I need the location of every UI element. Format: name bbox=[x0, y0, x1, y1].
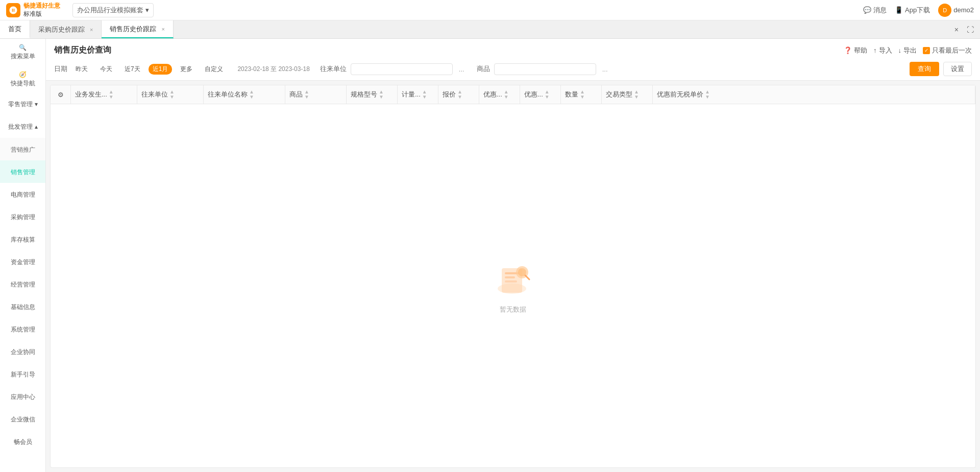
tab-sales-history[interactable]: 销售历史价跟踪 × bbox=[102, 20, 173, 38]
sidebar-item-finance-mgmt[interactable]: 资金管理 bbox=[0, 250, 45, 273]
tab-purchase-history-close[interactable]: × bbox=[90, 27, 93, 33]
sidebar-item-newbie-guide-label: 新手引导 bbox=[11, 370, 35, 379]
chevron-right-icon: ▾ bbox=[35, 101, 38, 108]
settings-button[interactable]: 设置 bbox=[943, 62, 972, 76]
tab-home[interactable]: 首页 bbox=[0, 20, 30, 38]
account-selector[interactable]: 办公用品行业模拟账套 ▾ bbox=[72, 3, 154, 17]
sidebar-item-enterprise-wechat[interactable]: 企业微信 bbox=[0, 408, 45, 430]
sidebar-item-membership[interactable]: 畅会员 bbox=[0, 430, 45, 453]
sort-partner-name-icon[interactable]: ▲▼ bbox=[249, 89, 254, 100]
filter-action-buttons: 查询 设置 bbox=[910, 62, 972, 76]
partner-dots-button[interactable]: ... bbox=[457, 65, 467, 73]
sort-unit-icon[interactable]: ▲▼ bbox=[422, 89, 427, 100]
th-spec[interactable]: 规格型号 ▲▼ bbox=[347, 85, 398, 104]
sidebar-item-retail-mgmt[interactable]: 零售管理 ▾ bbox=[0, 93, 45, 115]
sidebar-item-app-center[interactable]: 应用中心 bbox=[0, 385, 45, 408]
export-button[interactable]: ↓ 导出 bbox=[898, 46, 917, 55]
export-icon: ↓ bbox=[898, 46, 902, 54]
app-download-button[interactable]: 📱 App下载 bbox=[895, 6, 930, 15]
sort-discount2-icon[interactable]: ▲▼ bbox=[545, 89, 550, 100]
logo-line1: 畅捷通好生意 bbox=[23, 2, 60, 10]
sidebar-item-sales-mgmt[interactable]: 销售管理 bbox=[0, 160, 45, 183]
th-trade-type[interactable]: 交易类型 ▲▼ bbox=[602, 85, 653, 104]
date-btn-today[interactable]: 今天 bbox=[96, 64, 116, 75]
tab-close-all-button[interactable]: × bbox=[952, 25, 961, 35]
logo-line2: 标准版 bbox=[23, 10, 60, 18]
svg-rect-4 bbox=[505, 280, 517, 282]
chevron-up-icon: ▴ bbox=[35, 123, 38, 130]
th-discount2[interactable]: 优惠... ▲▼ bbox=[520, 85, 561, 104]
th-date[interactable]: 业务发生... ▲▼ bbox=[71, 85, 137, 104]
sidebar-item-enterprise-collab[interactable]: 企业协同 bbox=[0, 340, 45, 363]
sort-spec-icon[interactable]: ▲▼ bbox=[379, 89, 384, 100]
date-btn-more[interactable]: 更多 bbox=[176, 64, 197, 75]
sort-date-icon[interactable]: ▲▼ bbox=[109, 89, 114, 100]
sort-product-icon[interactable]: ▲▼ bbox=[304, 89, 309, 100]
sidebar-item-basic-info[interactable]: 基础信息 bbox=[0, 295, 45, 318]
th-settings[interactable]: ⚙ bbox=[51, 85, 71, 104]
product-label: 商品 bbox=[477, 64, 490, 74]
th-no-tax-label: 优惠前无税单价 bbox=[657, 90, 703, 99]
sidebar-item-search-menu-label: 搜索菜单 bbox=[11, 52, 35, 61]
sidebar-item-ecommerce-mgmt[interactable]: 电商管理 bbox=[0, 183, 45, 205]
sidebar-item-system-mgmt[interactable]: 系统管理 bbox=[0, 318, 45, 340]
query-button[interactable]: 查询 bbox=[910, 62, 939, 76]
product-dots-button[interactable]: ... bbox=[600, 65, 610, 73]
help-label: 帮助 bbox=[854, 46, 867, 55]
sidebar-item-wholesale-mgmt[interactable]: 批发管理 ▴ bbox=[0, 115, 45, 138]
th-date-label: 业务发生... bbox=[75, 90, 107, 99]
sidebar-item-wholesale-mgmt-label: 批发管理 bbox=[8, 123, 33, 131]
sort-price-icon[interactable]: ▲▼ bbox=[457, 89, 462, 100]
date-range-group: 2023-02-18 至 2023-03-18 bbox=[237, 65, 309, 74]
tab-purchase-history[interactable]: 采购历史价跟踪 × bbox=[30, 20, 102, 38]
sort-trade-type-icon[interactable]: ▲▼ bbox=[634, 89, 639, 100]
th-price-label: 报价 bbox=[443, 90, 456, 99]
tab-sales-history-close[interactable]: × bbox=[161, 26, 164, 32]
sidebar-item-marketing[interactable]: 营销推广 bbox=[0, 138, 45, 160]
sidebar-item-search-menu[interactable]: 🔍 搜索菜单 bbox=[0, 39, 45, 66]
sort-discount1-icon[interactable]: ▲▼ bbox=[504, 89, 509, 100]
sort-partner-code-icon[interactable]: ▲▼ bbox=[169, 89, 175, 100]
sidebar-item-inventory[interactable]: 库存核算 bbox=[0, 228, 45, 250]
logo-area: 畅捷通好生意 标准版 bbox=[6, 2, 60, 18]
only-latest-checkbox[interactable] bbox=[923, 47, 930, 54]
th-unit[interactable]: 计量... ▲▼ bbox=[398, 85, 438, 104]
th-qty[interactable]: 数量 ▲▼ bbox=[561, 85, 602, 104]
sidebar-item-purchase-mgmt[interactable]: 采购管理 bbox=[0, 205, 45, 228]
msg-button[interactable]: 💬 消息 bbox=[863, 6, 887, 15]
tab-purchase-history-label: 采购历史价跟踪 bbox=[38, 25, 85, 34]
import-button[interactable]: ↑ 导入 bbox=[873, 46, 892, 55]
help-button[interactable]: ❓ 帮助 bbox=[844, 46, 867, 55]
user-menu[interactable]: D demo2 bbox=[938, 4, 974, 17]
table-container: ⚙ 业务发生... ▲▼ 往来单位 ▲▼ 往来单位名称 ▲▼ 商品 ▲▼ bbox=[50, 85, 976, 468]
th-unit-label: 计量... bbox=[402, 90, 421, 99]
sidebar-item-biz-mgmt[interactable]: 经营管理 bbox=[0, 273, 45, 295]
tab-expand-button[interactable]: ⛶ bbox=[965, 25, 976, 35]
partner-input[interactable] bbox=[351, 63, 453, 75]
date-btn-yesterday[interactable]: 昨天 bbox=[71, 64, 92, 75]
th-no-tax[interactable]: 优惠前无税单价 ▲▼ bbox=[653, 85, 975, 104]
date-btn-1month[interactable]: 近1月 bbox=[149, 64, 173, 75]
settings-icon[interactable]: ⚙ bbox=[58, 91, 64, 99]
partner-label: 往来单位 bbox=[320, 64, 347, 74]
sidebar-item-quick-nav[interactable]: 🧭 快捷导航 bbox=[0, 66, 45, 93]
sidebar-item-inventory-label: 库存核算 bbox=[11, 235, 35, 244]
date-btn-7days[interactable]: 近7天 bbox=[120, 64, 144, 75]
sort-no-tax-icon[interactable]: ▲▼ bbox=[705, 89, 710, 100]
sidebar-item-enterprise-collab-label: 企业协同 bbox=[11, 348, 35, 357]
th-partner-name[interactable]: 往来单位名称 ▲▼ bbox=[204, 85, 285, 104]
th-partner-code[interactable]: 往来单位 ▲▼ bbox=[137, 85, 204, 104]
sidebar-item-newbie-guide[interactable]: 新手引导 bbox=[0, 363, 45, 385]
th-product[interactable]: 商品 ▲▼ bbox=[285, 85, 347, 104]
th-price[interactable]: 报价 ▲▼ bbox=[438, 85, 479, 104]
product-input[interactable] bbox=[494, 63, 596, 75]
sort-qty-icon[interactable]: ▲▼ bbox=[580, 89, 585, 100]
th-discount1[interactable]: 优惠... ▲▼ bbox=[479, 85, 520, 104]
only-latest-toggle[interactable]: 只看最后一次 bbox=[923, 46, 972, 55]
avatar: D bbox=[938, 4, 951, 17]
date-range-text: 2023-02-18 至 2023-03-18 bbox=[237, 65, 309, 74]
date-btn-custom[interactable]: 自定义 bbox=[201, 64, 227, 75]
filter-row: 日期 昨天 今天 近7天 近1月 更多 自定义 2023-02-18 至 202… bbox=[54, 62, 972, 76]
app-label: App下载 bbox=[905, 6, 930, 15]
th-discount2-label: 优惠... bbox=[524, 90, 543, 99]
